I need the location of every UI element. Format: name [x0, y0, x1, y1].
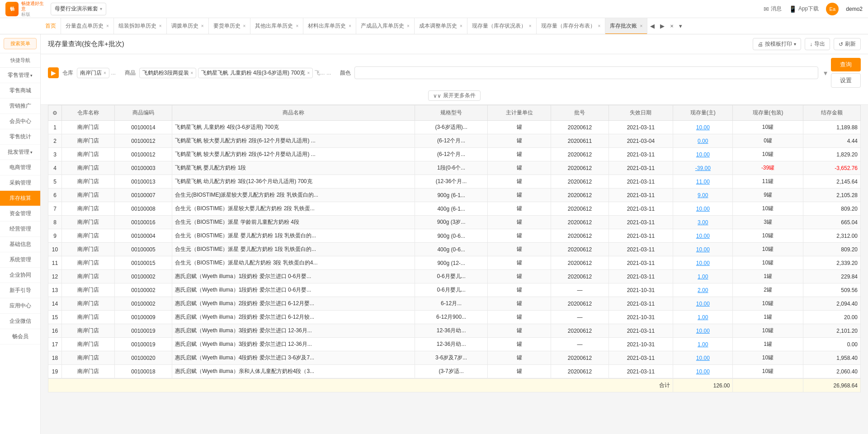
sidebar-item-wholesale[interactable]: 批发管理 ▾ — [0, 145, 40, 160]
product-dots[interactable]: ... — [326, 70, 331, 76]
tab-close-chenben[interactable]: × — [460, 24, 462, 28]
tab-close-qitachu[interactable]: × — [296, 24, 298, 28]
sidebar-item-finance[interactable]: 资金管理 — [0, 206, 40, 222]
print-btn[interactable]: 🖨 按模板打印 ▾ — [753, 38, 801, 50]
tab-close-diaob[interactable]: × — [201, 24, 204, 28]
cell-qty-pkg: 1罐 — [733, 311, 803, 324]
sidebar-item-member2[interactable]: 畅会员 — [0, 329, 40, 344]
settings-icon[interactable]: ⚙ — [52, 110, 57, 116]
product-tag-2[interactable]: 飞鹤星飞帆 儿童奶粉 4段(3-6岁适用) 700克 × — [198, 68, 313, 78]
cell-qty-main[interactable]: 1.00 — [673, 270, 733, 283]
cell-qty-main[interactable]: 2.00 — [673, 283, 733, 297]
sidebar-item-app-center[interactable]: 应用中心 — [0, 298, 40, 314]
export-btn[interactable]: ↓ 导出 — [805, 38, 830, 50]
cell-qty-main[interactable]: 10.00 — [673, 365, 733, 379]
cell-qty-main[interactable]: -39.00 — [673, 161, 733, 175]
tab-menu[interactable]: ▾ — [676, 18, 685, 34]
cell-qty-main[interactable]: 1.00 — [673, 311, 733, 324]
cell-qty-pkg: 2罐 — [733, 283, 803, 297]
tab-fenpan[interactable]: 分量盘点单历史 × — [61, 18, 114, 34]
sidebar-item-marketing[interactable]: 营销推广 — [0, 99, 40, 114]
color-dropdown-icon[interactable]: ▾ — [824, 69, 827, 77]
sidebar-item-retail-store[interactable]: 零售商城 — [0, 83, 40, 99]
tab-zuze[interactable]: 组装拆卸单历史 × — [114, 18, 167, 34]
tab-close-xiancun-fen[interactable]: × — [598, 24, 601, 28]
tab-xiancun-fen[interactable]: 现存量（库存分布表） × — [537, 18, 606, 34]
cell-unit: 罐 — [488, 324, 551, 338]
sidebar-item-retail-stat[interactable]: 零售统计 — [0, 129, 40, 145]
product-more[interactable]: 飞... — [315, 69, 325, 77]
cell-qty-main[interactable]: 10.00 — [673, 229, 733, 243]
sidebar-item-sys-mgmt[interactable]: 系统管理 — [0, 252, 40, 268]
product-tag-1[interactable]: 飞鹤奶粉3段两提装 × — [139, 68, 197, 78]
sidebar-item-retail-mgmt[interactable]: 零售管理 ▾ — [0, 68, 40, 83]
cell-warehouse: 南岸门店 — [62, 229, 115, 243]
cell-qty-main[interactable]: 10.00 — [673, 324, 733, 338]
setting-btn[interactable]: 设置 — [831, 73, 861, 88]
search-menu-btn[interactable]: 搜索英单 — [4, 38, 37, 49]
tab-chenben[interactable]: 成本调整单历史 × — [415, 18, 467, 34]
remove-product-tag-2[interactable]: × — [307, 71, 310, 75]
cell-spec: 400g (6-1... — [415, 202, 488, 216]
tab-nav-right[interactable]: ▶ — [657, 18, 667, 34]
cell-amount: 2,101.20 — [803, 324, 860, 338]
sidebar-item-purchase[interactable]: 采购管理 — [0, 175, 40, 191]
cell-qty-main[interactable]: 10.00 — [673, 351, 733, 365]
cell-qty-main[interactable]: 11.00 — [673, 175, 733, 189]
expand-conditions-btn[interactable]: ∨∨ 展开更多条件 — [428, 90, 481, 101]
cell-qty-main[interactable]: 10.00 — [673, 202, 733, 216]
remove-warehouse-tag[interactable]: × — [104, 71, 106, 75]
message-btn[interactable]: ✉ 消息 — [764, 5, 782, 13]
tab-chancheng[interactable]: 产成品入库单历史 × — [356, 18, 415, 34]
tab-qitachu[interactable]: 其他出库单历史 × — [250, 18, 303, 34]
warehouse-more[interactable]: ... — [111, 70, 116, 76]
query-btn[interactable]: 查询 — [831, 58, 861, 71]
cell-qty-main[interactable]: 0.00 — [673, 134, 733, 148]
sidebar-item-basic-info[interactable]: 基础信息 — [0, 237, 40, 252]
color-filter-input[interactable] — [354, 66, 818, 79]
cell-qty-main[interactable]: 10.00 — [673, 121, 733, 134]
cell-qty-main[interactable]: 10.00 — [673, 148, 733, 161]
tab-nav-left[interactable]: ◀ — [647, 18, 657, 34]
cell-unit: 罐 — [488, 189, 551, 202]
tab-close-all[interactable]: × — [667, 18, 676, 34]
th-settings[interactable]: ⚙ — [48, 105, 62, 121]
tab-diaob[interactable]: 调拨单历史 × — [167, 18, 209, 34]
sidebar-item-wechat[interactable]: 企业微信 — [0, 314, 40, 329]
app-download-btn[interactable]: 📱 App下载 — [789, 5, 819, 13]
tab-close-fenpan[interactable]: × — [106, 24, 109, 28]
tab-close-zuze[interactable]: × — [159, 24, 162, 28]
sidebar-item-guide[interactable]: 新手引导 — [0, 283, 40, 298]
sidebar-item-member[interactable]: 会员中心 — [0, 114, 40, 129]
cell-no: 6 — [48, 189, 62, 202]
tab-kucun-pici[interactable]: 库存批次账 × — [605, 18, 647, 34]
cell-qty-main[interactable]: 10.00 — [673, 297, 733, 311]
filter-toggle-btn[interactable]: ▶ — [48, 67, 59, 78]
cell-qty-main[interactable]: 1.00 — [673, 338, 733, 351]
refresh-btn[interactable]: ↺ 刷新 — [834, 38, 861, 50]
cell-qty-main[interactable]: 10.00 — [673, 256, 733, 270]
tab-close-cailiao[interactable]: × — [349, 24, 351, 28]
cell-qty-main[interactable]: 10.00 — [673, 243, 733, 256]
tab-close-kucun-pici[interactable]: × — [640, 24, 642, 28]
cell-warehouse: 南岸门店 — [62, 216, 115, 229]
tab-yaohuo[interactable]: 要货单历史 × — [209, 18, 251, 34]
cell-qty-main[interactable]: 9.00 — [673, 189, 733, 202]
sidebar-item-enterprise[interactable]: 企业协同 — [0, 268, 40, 283]
tab-xiancun-ku[interactable]: 现存量（库存状况表） × — [467, 18, 537, 34]
sidebar-item-operations[interactable]: 经营管理 — [0, 222, 40, 237]
tab-cailiao[interactable]: 材料出库单历史 × — [303, 18, 356, 34]
cell-qty-main[interactable]: 3.00 — [673, 216, 733, 229]
remove-product-tag-1[interactable]: × — [191, 71, 193, 75]
tab-close-yaohuo[interactable]: × — [243, 24, 246, 28]
tab-close-chancheng[interactable]: × — [407, 24, 410, 28]
sidebar-item-ecommerce[interactable]: 电商管理 — [0, 160, 40, 175]
quick-nav-btn[interactable]: 快捷导航 — [0, 55, 40, 66]
tab-home[interactable]: 首页 — [41, 18, 61, 34]
org-select[interactable]: 母婴行业演示账套 ▾ — [51, 3, 106, 15]
tab-close-xiancun-ku[interactable]: × — [529, 24, 532, 28]
cell-batch: 20200611 — [551, 134, 609, 148]
sidebar-item-inventory[interactable]: 库存核算 — [0, 191, 40, 206]
warehouse-tag[interactable]: 南岸门店 × — [77, 68, 109, 78]
table-row: 19 南岸门店 00100018 惠氏启赋（Wyeth illuma）亲和人体儿… — [48, 365, 861, 379]
